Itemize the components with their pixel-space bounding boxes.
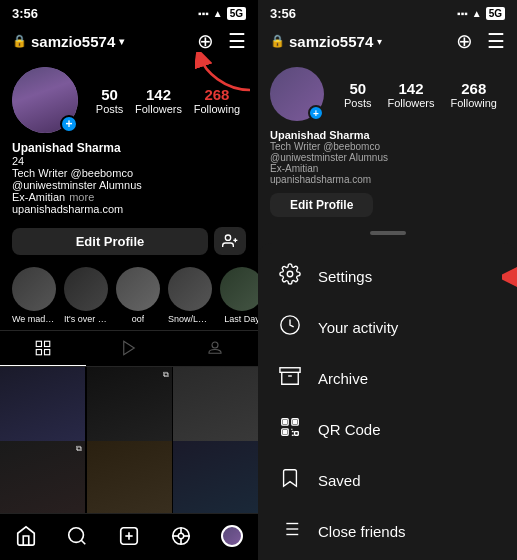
chevron-right: ▾ bbox=[377, 36, 382, 47]
tab-tagged[interactable] bbox=[172, 331, 258, 366]
settings-arrow bbox=[502, 262, 517, 292]
photo-4[interactable]: ⧉ bbox=[0, 441, 85, 513]
multiple-icon-2: ⧉ bbox=[76, 444, 82, 454]
followers-count-r: 142 bbox=[398, 80, 423, 97]
bio-more[interactable]: more bbox=[69, 191, 94, 203]
svg-rect-4 bbox=[45, 341, 50, 346]
followers-label: Followers bbox=[135, 103, 182, 115]
bio-name: Upanishad Sharma bbox=[12, 141, 246, 155]
followers-label-r: Followers bbox=[387, 97, 434, 109]
drag-handle-area bbox=[258, 225, 517, 243]
nav-avatar bbox=[221, 525, 243, 547]
time-right: 3:56 bbox=[270, 6, 296, 21]
highlight-circle-1 bbox=[12, 267, 56, 311]
username-row-right[interactable]: 🔒 samzio5574 ▾ bbox=[270, 33, 382, 50]
username-left: samzio5574 bbox=[31, 33, 115, 50]
following-stat[interactable]: 268 Following bbox=[194, 86, 240, 115]
bio-lines-r: Tech Writer @beebomco@uniwestminster Alu… bbox=[270, 141, 505, 185]
followers-stat-r[interactable]: 142 Followers bbox=[387, 80, 434, 109]
username-right: samzio5574 bbox=[289, 33, 373, 50]
nav-search[interactable] bbox=[57, 522, 97, 550]
left-panel: 3:56 ▪▪▪ ▲ 5G 🔒 samzio5574 ▾ ⊕ ☰ bbox=[0, 0, 258, 560]
svg-rect-27 bbox=[284, 421, 287, 424]
photo-3[interactable] bbox=[173, 367, 258, 452]
highlight-5[interactable]: Last Day bbox=[220, 267, 258, 324]
highlight-2[interactable]: It's over now. bbox=[64, 267, 108, 324]
highlight-1[interactable]: We made it... bbox=[12, 267, 56, 324]
add-story-button[interactable]: + bbox=[60, 115, 78, 133]
posts-stat[interactable]: 50 Posts bbox=[96, 86, 124, 115]
profile-section-right: + 50 Posts 142 Followers 268 Following bbox=[258, 59, 517, 125]
tab-reels[interactable] bbox=[86, 331, 172, 366]
menu-item-activity[interactable]: Your activity bbox=[258, 302, 517, 353]
following-count: 268 bbox=[204, 86, 229, 103]
svg-point-8 bbox=[212, 342, 218, 348]
highlight-circle-3 bbox=[116, 267, 160, 311]
highlight-circle-5 bbox=[220, 267, 258, 311]
close-friends-icon bbox=[278, 518, 302, 545]
bio-age: 24 bbox=[12, 155, 246, 167]
following-stat-r[interactable]: 268 Following bbox=[451, 80, 497, 109]
posts-count-r: 50 bbox=[349, 80, 366, 97]
highlight-3[interactable]: oof bbox=[116, 267, 160, 324]
highlight-label-2: It's over now. bbox=[64, 314, 108, 324]
menu-item-saved[interactable]: Saved bbox=[258, 455, 517, 506]
add-icon-r[interactable]: ⊕ bbox=[456, 29, 473, 53]
add-person-button[interactable] bbox=[214, 227, 246, 255]
photo-6[interactable] bbox=[173, 441, 258, 513]
status-bar-right: 3:56 ▪▪▪ ▲ 5G bbox=[258, 0, 517, 25]
svg-rect-6 bbox=[45, 350, 50, 355]
right-panel: 3:56 ▪▪▪ ▲ 5G 🔒 samzio5574 ▾ ⊕ ☰ + 50 Po… bbox=[258, 0, 517, 560]
bio-name-r: Upanishad Sharma bbox=[270, 129, 505, 141]
menu-item-qr[interactable]: QR Code bbox=[258, 404, 517, 455]
highlight-label-1: We made it... bbox=[12, 314, 56, 324]
saved-icon bbox=[278, 467, 302, 494]
nav-reels[interactable] bbox=[161, 522, 201, 550]
menu-icon-r[interactable]: ☰ bbox=[487, 29, 505, 53]
status-icons-right: ▪▪▪ ▲ 5G bbox=[457, 7, 505, 20]
menu-icon[interactable]: ☰ bbox=[228, 29, 246, 53]
lock-icon-r: 🔒 bbox=[270, 34, 285, 48]
activity-label: Your activity bbox=[318, 319, 398, 336]
tab-grid[interactable] bbox=[0, 331, 86, 366]
menu-item-close-friends[interactable]: Close friends bbox=[258, 506, 517, 557]
menu-item-settings[interactable]: Settings bbox=[258, 251, 517, 302]
menu-item-archive[interactable]: Archive bbox=[258, 353, 517, 404]
highlight-4[interactable]: Snow/Lond... bbox=[168, 267, 212, 324]
avatar-wrap-right[interactable]: + bbox=[270, 67, 324, 121]
photo-5[interactable] bbox=[87, 441, 172, 513]
nav-profile[interactable] bbox=[212, 522, 252, 550]
avatar-wrap-left[interactable]: + bbox=[12, 67, 78, 133]
bio-section-left: Upanishad Sharma 24 Tech Writer @beebomc… bbox=[0, 137, 258, 221]
lock-icon: 🔒 bbox=[12, 34, 27, 48]
add-story-right[interactable]: + bbox=[308, 105, 324, 121]
signal-icon-r: ▪▪▪ bbox=[457, 8, 468, 19]
battery-icon: 5G bbox=[227, 7, 246, 20]
posts-stat-r[interactable]: 50 Posts bbox=[344, 80, 372, 109]
bio-line-1: Tech Writer @beebomco bbox=[12, 167, 246, 179]
bio-website[interactable]: upanishadsharma.com bbox=[12, 203, 246, 215]
highlight-label-3: oof bbox=[132, 314, 145, 324]
stats-row-right: 50 Posts 142 Followers 268 Following bbox=[336, 80, 505, 109]
photo-2[interactable]: ⧉ bbox=[87, 367, 172, 452]
posts-label: Posts bbox=[96, 103, 124, 115]
followers-count: 142 bbox=[146, 86, 171, 103]
svg-rect-3 bbox=[36, 341, 41, 346]
edit-profile-button-r[interactable]: Edit Profile bbox=[270, 193, 373, 217]
multiple-icon: ⧉ bbox=[163, 370, 169, 380]
followers-stat[interactable]: 142 Followers bbox=[135, 86, 182, 115]
settings-icon bbox=[278, 263, 302, 290]
archive-icon bbox=[278, 365, 302, 392]
bio-right: Upanishad Sharma Tech Writer @beebomco@u… bbox=[258, 125, 517, 189]
wifi-icon: ▲ bbox=[213, 8, 223, 19]
svg-rect-29 bbox=[284, 431, 287, 434]
nav-add[interactable] bbox=[109, 522, 149, 550]
signal-icon: ▪▪▪ bbox=[198, 8, 209, 19]
photo-1[interactable] bbox=[0, 367, 85, 452]
edit-profile-button[interactable]: Edit Profile bbox=[12, 228, 208, 255]
wifi-icon-r: ▲ bbox=[472, 8, 482, 19]
add-post-icon[interactable]: ⊕ bbox=[197, 29, 214, 53]
nav-home[interactable] bbox=[6, 522, 46, 550]
highlights-row: We made it... It's over now. oof Snow/Lo… bbox=[0, 261, 258, 330]
username-row-left[interactable]: 🔒 samzio5574 ▾ bbox=[12, 33, 124, 50]
